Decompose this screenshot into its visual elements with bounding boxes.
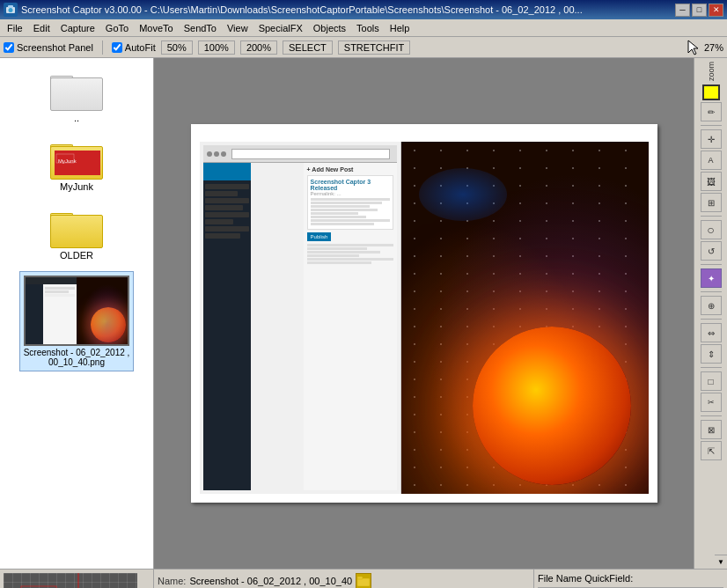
bottom-right-panel: File Name QuickField: ▲ ▼ [533,570,727,588]
left-panel: .. MyJunk MyJunk [0,58,154,569]
name-label: Name: [158,576,186,586]
bottom-section: zoom Nav Name: Screenshot - 06_02_2012 ,… [0,569,727,588]
svg-rect-12 [357,577,363,579]
titlebar-left: Screenshot Captor v3.00.00 - C:\Users\Ma… [4,3,583,17]
bottom-left-panel: zoom Nav [0,570,154,588]
menu-goto[interactable]: GoTo [100,21,134,35]
filename-value: Screenshot - 06_02_2012 , 00_10_40 [189,576,352,586]
parent-folder-icon [50,69,103,111]
quickfield-label: File Name QuickField: [538,573,723,584]
right-tool-panel: zoom ✏ ✛ A 🖼 ⊞ ○ ↺ ✦ ⊕ ⇔ ⇕ □ ✂ ⊠ ⇱ [694,58,727,569]
autofit-toggle[interactable]: AutoFit [112,42,156,53]
tool-separator-4 [701,291,722,292]
menu-capture[interactable]: Capture [55,21,100,35]
mini-preview-lines [4,573,137,588]
tool-separator-3 [701,264,722,265]
cursor-icon [687,39,701,56]
titlebar-buttons[interactable]: ─ □ ✕ [675,4,723,17]
tool-circle[interactable]: ○ [701,220,722,239]
parent-folder-label: .. [74,113,79,123]
tool-separator-7 [701,415,722,416]
sc-address-bar [231,149,391,159]
menu-edit[interactable]: Edit [28,21,55,35]
folder-body [50,77,103,111]
screenshot-preview: + Add New Post Screenshot Captor 3 Relea… [200,142,649,494]
menu-view[interactable]: View [222,21,253,35]
autofit-label: AutoFit [125,42,156,53]
browse-icon [357,576,370,586]
wp-sidebar [203,163,251,490]
center-panel: + Add New Post Screenshot Captor 3 Relea… [154,58,694,569]
svg-rect-11 [357,578,370,586]
tool-rect[interactable]: □ [701,371,722,391]
zoom-100-button[interactable]: 100% [198,40,235,55]
older-body [50,215,103,248]
tool-expand[interactable]: ⇱ [701,441,722,460]
svg-point-2 [9,8,13,12]
toolbar-separator-1 [102,40,103,55]
menu-bar: File Edit Capture GoTo MoveTo SendTo Vie… [0,19,727,37]
zoom-percent: 27% [704,42,723,53]
sc-content-area: + Add New Post Screenshot Captor 3 Relea… [203,163,398,490]
tool-star[interactable]: ✦ [701,268,722,288]
sc-btn-1 [207,151,212,157]
window-title: Screenshot Captor v3.00.00 - C:\Users\Ma… [21,4,583,15]
menu-help[interactable]: Help [385,21,415,35]
tool-resize-h[interactable]: ⇔ [701,323,722,342]
parent-folder-item[interactable]: .. [4,65,150,127]
mini-preview [4,573,137,588]
select-button[interactable]: SELECT [283,40,333,55]
menu-specialfx[interactable]: SpecialFX [253,21,308,35]
screenshot-panel-toggle[interactable]: Screenshot Panel [4,42,93,53]
zoom-50-button[interactable]: 50% [161,40,193,55]
screenshot-panel-label: Screenshot Panel [17,42,93,53]
menu-objects[interactable]: Objects [308,21,351,35]
older-folder-item[interactable]: OLDER [4,202,150,264]
screenshot-thumb-item[interactable]: Screenshot - 06_02_2012 ,00_10_40.png [19,271,135,371]
zoom-200-button[interactable]: 200% [240,40,277,55]
autofit-checkbox[interactable] [112,42,122,53]
title-bar: Screenshot Captor v3.00.00 - C:\Users\Ma… [0,0,727,19]
tool-cross-resize[interactable]: ⊠ [701,420,722,439]
minimize-button[interactable]: ─ [675,4,690,17]
tool-zoom-region[interactable]: ⊕ [701,296,722,315]
tool-separator-5 [701,319,722,320]
myjunk-label: MyJunk [60,181,93,192]
menu-sendto[interactable]: SendTo [179,21,222,35]
tool-text[interactable]: A [701,151,722,170]
tool-separator-6 [701,367,722,368]
myjunk-folder-icon: MyJunk [50,137,103,180]
tool-resize-v[interactable]: ⇕ [701,344,722,364]
svg-marker-4 [688,40,698,55]
planet-visual [473,327,631,485]
myjunk-folder-item[interactable]: MyJunk MyJunk [4,134,150,195]
svg-rect-3 [8,5,13,8]
canvas-top-margin [191,124,657,142]
wp-main-content: + Add New Post Screenshot Captor 3 Relea… [304,163,397,490]
screenshot-panel-checkbox[interactable] [4,42,14,53]
tool-yellow[interactable] [702,85,720,100]
tool-pencil[interactable]: ✏ [701,102,722,121]
nav-labels: zoom Nav [141,570,153,588]
myjunk-overlay: MyJunk [55,151,100,175]
stretchfit-button[interactable]: STRETCHFIT [338,40,410,55]
menu-file[interactable]: File [2,21,28,35]
tool-crosshair[interactable]: ✛ [701,129,722,149]
close-button[interactable]: ✕ [709,4,723,17]
tool-image[interactable]: 🖼 [701,172,722,191]
tool-crop[interactable]: ✂ [701,393,722,412]
scrollbar-down[interactable]: ▼ [715,555,727,569]
menu-tools[interactable]: Tools [351,21,385,35]
menu-moveto[interactable]: MoveTo [134,21,179,35]
screenshot-thumbnail [24,276,129,346]
sc-browser-chrome [203,145,398,163]
maximize-button[interactable]: □ [692,4,707,17]
myjunk-body: MyJunk [50,146,103,180]
tool-undo[interactable]: ↺ [701,241,722,261]
tool-separator-2 [701,216,722,217]
sc-space-panel [401,142,649,494]
filename-row: Name: Screenshot - 06_02_2012 , 00_10_40 [158,573,530,588]
tool-grid[interactable]: ⊞ [701,193,722,212]
sc-btn-2 [214,151,219,157]
folder-browse-icon[interactable] [356,573,371,588]
